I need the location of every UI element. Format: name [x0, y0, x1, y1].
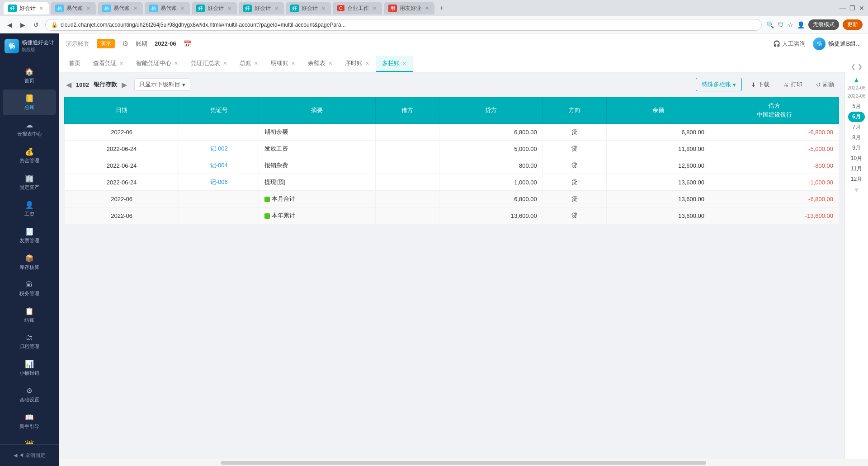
browser-tab-8[interactable]: 用 用友好业 ✕ — [384, 2, 434, 14]
browser-tab-2[interactable]: 易 易代账 ✕ — [98, 2, 143, 14]
tab-journal-close[interactable]: ✕ — [365, 61, 369, 66]
user-avatar[interactable]: 畅 畅捷通B组... — [813, 38, 861, 50]
bottom-scrollbar[interactable] — [59, 459, 868, 466]
tab-close-5[interactable]: ✕ — [274, 5, 279, 11]
tab-detail-ledger-close[interactable]: ✕ — [291, 61, 295, 66]
wuhen-button[interactable]: 无痕模式 — [808, 19, 839, 30]
sidebar-item-fund[interactable]: 💰 资金管理 — [3, 143, 56, 169]
browser-tab-5[interactable]: 好 好会计 ✕ — [239, 2, 284, 14]
consult-button[interactable]: 🎧 人工咨询 — [773, 40, 806, 48]
tab-home[interactable]: 首页 — [62, 56, 87, 72]
browser-tab-active[interactable]: 好 好会计 ✕ — [4, 2, 49, 14]
tab-journal[interactable]: 序时账 ✕ — [339, 56, 376, 72]
maximize-button[interactable]: ❐ — [849, 5, 855, 12]
sidebar-item-asset[interactable]: 🏢 固定资产 — [3, 169, 56, 195]
scrollbar-thumb[interactable] — [221, 461, 706, 465]
cell-voucher[interactable]: 记-006 — [179, 174, 259, 191]
tab-general-ledger[interactable]: 总账 ✕ — [233, 56, 264, 72]
sidebar-item-guide[interactable]: 📖 新手引导 — [3, 409, 56, 434]
settings-gear-icon[interactable]: ⚙ — [122, 39, 128, 48]
tab-voucher-summary-close[interactable]: ✕ — [223, 61, 227, 66]
url-input[interactable]: 🔒 cloud2.chanjet.com/accounting/uh26t264… — [45, 19, 762, 31]
sidebar-item-archive[interactable]: 🗂 归档管理 — [3, 329, 56, 354]
tab-voucher[interactable]: 查看凭证 ✕ — [87, 56, 130, 72]
sidebar-item-home[interactable]: 🏠 首页 — [3, 63, 56, 89]
sidebar-nav: 🏠 首页 📒 总账 ☁ 云报表中心 💰 资金管理 🏢 固定资产 👤 工资 — [0, 59, 59, 444]
tab-bar-collapse[interactable]: ❮ ❯ — [849, 61, 864, 72]
sidebar-logo: 畅 畅捷通好会计 旗舰版 — [0, 33, 59, 59]
show-sub-button[interactable]: 只显示下级科目 ▾ — [134, 78, 190, 91]
tab-close-active[interactable]: ✕ — [38, 5, 44, 11]
star-icon[interactable]: ☆ — [788, 21, 793, 28]
sidebar-item-salary[interactable]: 👤 工资 — [3, 196, 56, 222]
calendar-icon[interactable]: 📅 — [184, 40, 191, 47]
tab-general-ledger-close[interactable]: ✕ — [254, 61, 258, 66]
browser-tab-4[interactable]: 好 好会计 ✕ — [192, 2, 237, 14]
tab-multi-col[interactable]: 多栏账 ✕ — [376, 56, 413, 72]
tab-close-2[interactable]: ✕ — [132, 5, 138, 11]
sidebar-item-member[interactable]: 👑 畅会员 — [3, 435, 56, 444]
month-item[interactable]: 11月 — [848, 164, 865, 174]
tab-close-6[interactable]: ✕ — [321, 5, 326, 11]
scroll-up-button[interactable]: ▲ — [854, 76, 860, 83]
back-button[interactable]: ◀ — [5, 19, 14, 30]
demo-badge[interactable]: 演示 — [97, 39, 115, 48]
tab-close-7[interactable]: ✕ — [372, 5, 377, 11]
sidebar-item-report[interactable]: ☁ 云报表中心 — [3, 116, 56, 142]
tab-smart-voucher[interactable]: 智能凭证中心 ✕ — [130, 56, 184, 72]
sidebar-item-settle[interactable]: 📋 结账 — [3, 302, 56, 328]
update-button[interactable]: 更新 — [843, 19, 863, 30]
forward-button[interactable]: ▶ — [19, 19, 27, 30]
browser-tab-1[interactable]: 易 易代账 ✕ — [51, 2, 96, 14]
archive-icon: 🗂 — [26, 334, 33, 342]
tab-multi-col-close[interactable]: ✕ — [402, 61, 406, 66]
month-item[interactable]: 5月 — [848, 101, 865, 112]
tab-detail-ledger[interactable]: 明细账 ✕ — [264, 56, 302, 72]
sidebar-item-ledger[interactable]: 📒 总账 — [3, 89, 56, 115]
month-item[interactable]: 10月 — [848, 153, 865, 164]
new-tab-button[interactable]: + — [436, 3, 447, 14]
sidebar-item-settings[interactable]: ⚙ 基础设置 — [3, 382, 56, 408]
browser-tab-3[interactable]: 易 易代账 ✕ — [145, 2, 190, 14]
sidebar-item-inventory[interactable]: 📦 库存核算 — [3, 249, 56, 275]
tab-voucher-close[interactable]: ✕ — [119, 61, 123, 66]
multi-col-button[interactable]: 特殊多栏账 ▾ — [696, 78, 742, 91]
prev-account-button[interactable]: ◀ — [64, 80, 73, 90]
month-item[interactable]: 7月 — [848, 122, 865, 132]
scroll-down-button[interactable]: ▼ — [854, 186, 860, 193]
cell-voucher[interactable] — [179, 124, 259, 141]
sidebar-item-tax[interactable]: 🏛 税务管理 — [3, 276, 56, 301]
shield-icon[interactable]: 🛡 — [778, 21, 784, 28]
minimize-button[interactable]: — — [840, 5, 846, 12]
browser-tab-6[interactable]: 好 好会计 ✕ — [286, 2, 331, 14]
tab-close-3[interactable]: ✕ — [179, 5, 185, 11]
cell-voucher[interactable]: 记-004 — [179, 157, 259, 174]
close-window-button[interactable]: ✕ — [859, 5, 864, 12]
download-button[interactable]: ⬇ 下载 — [746, 78, 774, 91]
refresh-button[interactable]: ↺ — [32, 19, 41, 30]
cell-voucher[interactable] — [179, 191, 259, 207]
profile-icon[interactable]: 👤 — [797, 21, 805, 28]
tab-balance-close[interactable]: ✕ — [328, 61, 332, 66]
period-value[interactable]: 2022-06 — [155, 40, 176, 47]
next-account-button[interactable]: ▶ — [120, 80, 129, 90]
month-item[interactable]: 6月 — [848, 112, 865, 122]
tab-voucher-summary[interactable]: 凭证汇总表 ✕ — [184, 56, 233, 72]
search-icon[interactable]: 🔍 — [766, 21, 774, 28]
tab-close-8[interactable]: ✕ — [424, 5, 430, 11]
month-item[interactable]: 8月 — [848, 132, 865, 143]
cell-voucher[interactable]: 记-002 — [179, 141, 259, 157]
cell-voucher[interactable] — [179, 207, 259, 224]
browser-tab-7[interactable]: C 企业工作 ✕ — [333, 2, 382, 14]
tab-smart-voucher-close[interactable]: ✕ — [174, 61, 178, 66]
sidebar-item-invoice[interactable]: 🧾 发票管理 — [3, 223, 56, 249]
month-item[interactable]: 9月 — [848, 143, 865, 153]
print-button[interactable]: 🖨 打印 — [778, 78, 807, 91]
refresh-button[interactable]: ↺ 刷新 — [811, 78, 839, 91]
unpin-button[interactable]: ◀ ◀ 取消固定 — [3, 449, 56, 461]
month-item[interactable]: 12月 — [848, 174, 865, 184]
tab-close-4[interactable]: ✕ — [226, 5, 232, 11]
sidebar-item-expense[interactable]: 📊 小畅报销 — [3, 355, 56, 381]
tab-balance[interactable]: 余额表 ✕ — [302, 56, 339, 72]
tab-close-1[interactable]: ✕ — [85, 5, 91, 11]
